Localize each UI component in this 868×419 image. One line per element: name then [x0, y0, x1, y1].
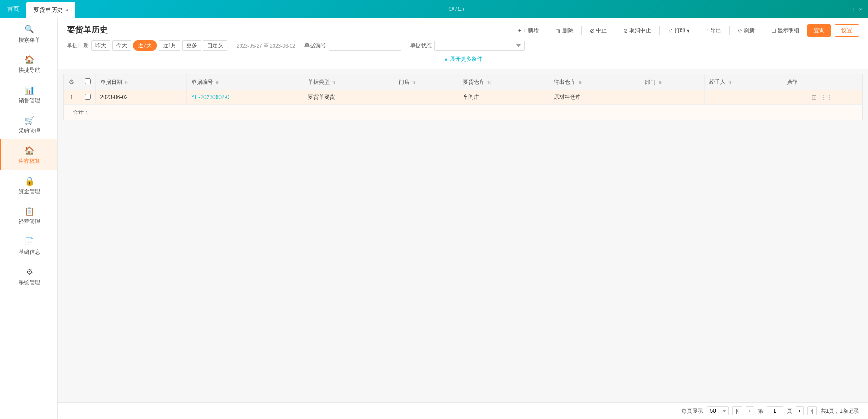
query-button[interactable]: 查询	[807, 24, 831, 37]
sidebar-label-nav: 快捷导航	[19, 67, 40, 74]
row-more-icon[interactable]: ⋮⋮	[820, 94, 833, 101]
filter-row: 单据日期 昨天 今天 近7天 近1月 更多 自定义 2023-05-27 至 2…	[67, 40, 859, 51]
col-handler[interactable]: 经手人 ⇅	[704, 74, 782, 90]
select-all-checkbox[interactable]	[85, 78, 91, 84]
col-type[interactable]: 单据类型 ⇅	[303, 74, 394, 90]
date-btn-1month[interactable]: 近1月	[159, 40, 181, 51]
col-req-warehouse[interactable]: 要货仓库 ⇅	[458, 74, 549, 90]
print-icon: 🖨	[668, 28, 673, 34]
divider-2	[581, 26, 582, 35]
col-ops: 操作	[782, 74, 862, 90]
divider-4	[659, 26, 660, 35]
status-select[interactable]	[434, 41, 525, 51]
delete-button[interactable]: 🗑 删除	[551, 24, 578, 37]
sort-icon-docno: ⇅	[215, 80, 219, 85]
col-store[interactable]: 门店 ⇅	[394, 74, 458, 90]
row-ops-cell: ⊡ ⋮⋮	[782, 90, 862, 105]
sidebar-item-sales[interactable]: 📊 销售管理	[0, 79, 57, 109]
sidebar-item-finance[interactable]: 🔒 资金管理	[0, 170, 57, 200]
display-detail-button[interactable]: ☐ 显示明细	[767, 24, 804, 37]
row-date: 2023-06-02	[95, 90, 186, 105]
sidebar-item-search[interactable]: 🔍 搜索菜单	[0, 18, 57, 48]
doc-no-input[interactable]	[329, 41, 401, 51]
next-page-button[interactable]: ›	[796, 406, 804, 415]
total-label: 合计：	[73, 109, 89, 115]
date-range-value: 2023-05-27 至 2023-06-02	[236, 43, 295, 49]
expand-conditions-button[interactable]: ∨ 展开更多条件	[444, 52, 482, 63]
divider-5	[698, 26, 698, 35]
row-dept	[640, 90, 704, 105]
col-docno-label: 单据编号	[191, 79, 213, 85]
sidebar-label-sales: 销售管理	[19, 97, 40, 105]
sort-icon-type: ⇅	[332, 80, 335, 85]
sidebar-item-base-info[interactable]: 📄 基础信息	[0, 230, 57, 261]
table-footer: 合计：	[64, 105, 862, 120]
divider-7	[763, 26, 763, 35]
date-btn-today[interactable]: 今天	[112, 40, 131, 51]
export-button[interactable]: ↑ 导出	[702, 24, 726, 37]
refresh-button[interactable]: ↺ 刷新	[733, 24, 759, 37]
col-dept[interactable]: 部门 ⇅	[640, 74, 704, 90]
new-icon: +	[518, 28, 521, 34]
sidebar-label-finance: 资金管理	[19, 188, 40, 195]
sidebar-item-system[interactable]: ⚙ 系统管理	[0, 261, 57, 291]
docno-link[interactable]: YH-20230602-0	[191, 94, 230, 100]
column-settings-icon[interactable]: ⚙	[68, 78, 74, 86]
maximize-icon[interactable]: □	[850, 6, 854, 13]
print-button[interactable]: 🖨 打印 ▾	[663, 24, 694, 37]
page-size-select[interactable]: 50 10 20 100	[707, 406, 729, 415]
date-btn-7days[interactable]: 近7天	[133, 40, 157, 51]
system-icon: ⚙	[26, 267, 33, 277]
cancel-stop-icon: ⊘	[623, 28, 628, 34]
first-page-button[interactable]: |‹	[732, 406, 742, 415]
cancel-stop-button[interactable]: ⊘ 取消中止	[619, 24, 656, 37]
stop-button[interactable]: ⊘ 中止	[585, 24, 611, 37]
col-docno[interactable]: 单据编号 ⇅	[186, 74, 303, 90]
setting-button[interactable]: 设置	[835, 24, 859, 37]
sort-icon-store: ⇅	[412, 80, 415, 85]
row-checkbox-cell[interactable]	[80, 90, 95, 105]
sidebar-item-purchase[interactable]: 🛒 采购管理	[0, 109, 57, 139]
new-button[interactable]: + + 新增	[514, 24, 543, 37]
home-icon: 🏠	[24, 55, 34, 65]
table-row: 1 2023-06-02 YH-20230602-0 要货单要货 车间库	[64, 90, 862, 105]
row-docno[interactable]: YH-20230602-0	[186, 90, 303, 105]
settings-col-header[interactable]: ⚙	[64, 74, 80, 90]
tab-requisition-history[interactable]: 要货单历史 ×	[26, 2, 75, 18]
sidebar-item-nav[interactable]: 🏠 快捷导航	[0, 48, 57, 79]
page-number-input[interactable]	[767, 406, 783, 415]
divider-3	[615, 26, 615, 35]
minimize-icon[interactable]: —	[839, 6, 845, 13]
tab-requisition-label: 要货单历史	[33, 6, 63, 14]
row-checkbox[interactable]	[85, 94, 91, 100]
close-icon[interactable]: ×	[859, 6, 863, 13]
tab-close-icon[interactable]: ×	[66, 7, 68, 13]
col-date[interactable]: 单据日期 ⇅	[95, 74, 186, 90]
date-btn-custom[interactable]: 自定义	[203, 40, 227, 51]
col-store-label: 门店	[399, 79, 410, 85]
col-handler-label: 经手人	[709, 79, 726, 85]
date-btn-more[interactable]: 更多	[182, 40, 201, 51]
checkbox-icon: ☐	[771, 28, 776, 34]
page-header: 要货单历史 + + 新增 🗑 删除 ⊘ 中止	[58, 18, 868, 69]
sidebar-item-operations[interactable]: 📋 经营管理	[0, 200, 57, 230]
row-edit-icon[interactable]: ⊡	[811, 94, 817, 101]
row-type: 要货单要货	[303, 90, 394, 105]
page-title: 要货单历史	[67, 24, 108, 35]
stop-icon: ⊘	[590, 28, 594, 34]
sidebar-item-inventory[interactable]: 🏠 库存核算	[0, 139, 57, 170]
checkbox-col-header[interactable]	[80, 74, 95, 90]
col-out-warehouse[interactable]: 待出仓库 ⇅	[549, 74, 640, 90]
row-req-warehouse: 车间库	[458, 90, 549, 105]
main-layout: 🔍 搜索菜单 🏠 快捷导航 📊 销售管理 🛒 采购管理 🏠 库存核算 🔒 资金管…	[0, 18, 868, 419]
sort-icon-dept: ⇅	[658, 80, 662, 85]
date-btn-yesterday[interactable]: 昨天	[91, 40, 110, 51]
tab-home[interactable]: 首页	[0, 0, 26, 18]
last-page-button[interactable]: ›|	[807, 406, 817, 415]
page-size-label: 每页显示	[681, 407, 703, 415]
prev-page-button[interactable]: ‹	[746, 406, 754, 415]
page-go-label: 第	[758, 407, 763, 415]
sidebar-label-inventory: 库存核算	[19, 157, 40, 165]
content-area: 要货单历史 + + 新增 🗑 删除 ⊘ 中止	[58, 18, 868, 419]
page-suffix-label: 页	[787, 407, 792, 415]
